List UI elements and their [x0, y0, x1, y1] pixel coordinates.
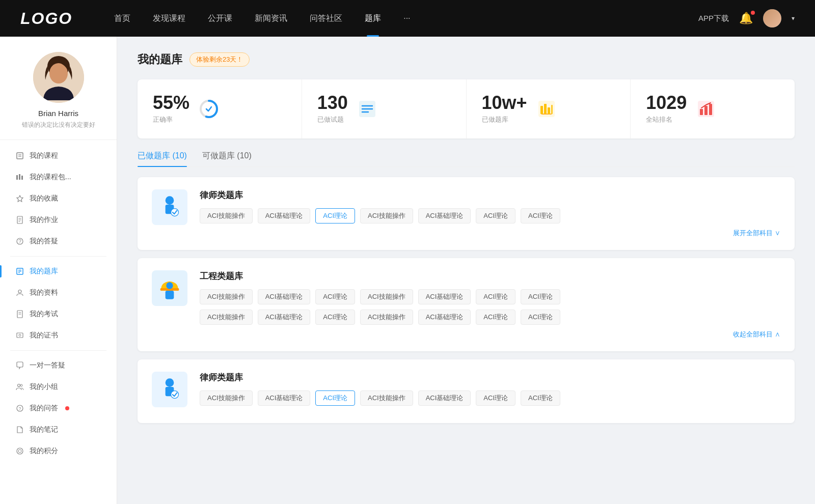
tag-lawyer1-3[interactable]: ACI理论 — [315, 208, 355, 223]
tab-done-banks[interactable]: 已做题库 (10) — [138, 151, 187, 166]
tag-lawyer1-2[interactable]: ACI基础理论 — [258, 208, 311, 223]
course-packages-icon — [15, 173, 24, 182]
bank-card-engineer-content: 工程类题库 ACI技能操作 ACI基础理论 ACI理论 ACI技能操作 ACI基… — [200, 270, 780, 339]
tag-eng-14[interactable]: ACI理论 — [521, 310, 560, 325]
stat-banks-number: 10w+ — [482, 94, 527, 112]
rank-icon — [695, 98, 717, 120]
svg-rect-54 — [166, 291, 174, 299]
tag-lawyer1-7[interactable]: ACI理论 — [521, 208, 560, 223]
sidebar: Brian Harris 错误的决定比没有决定要好 我的课程 我的课程包... — [0, 37, 117, 504]
stat-banks-texts: 10w+ 已做题库 — [482, 94, 527, 124]
app-download-button[interactable]: APP下载 — [698, 14, 729, 23]
sidebar-label-courses: 我的课程 — [30, 151, 58, 160]
sidebar-item-notes[interactable]: 我的笔记 — [0, 419, 117, 440]
sidebar-item-homework[interactable]: 我的作业 — [0, 209, 117, 231]
sidebar-item-qa[interactable]: ? 我的答疑 — [0, 231, 117, 252]
svg-point-26 — [18, 384, 20, 387]
sidebar-label-points: 我的积分 — [30, 446, 58, 456]
points-icon — [15, 446, 24, 456]
sidebar-item-profile[interactable]: 我的资料 — [0, 282, 117, 303]
tag-lawyer2-2[interactable]: ACI基础理论 — [258, 390, 311, 406]
collapse-link-engineer[interactable]: 收起全部科目 ∧ — [200, 330, 780, 339]
lawyer-icon-wrap-1 — [152, 189, 187, 225]
svg-rect-8 — [21, 176, 23, 180]
nav-more[interactable]: ··· — [392, 0, 421, 37]
tag-eng-3[interactable]: ACI理论 — [315, 289, 355, 304]
sidebar-item-one-on-one[interactable]: 一对一答疑 — [0, 355, 117, 376]
svg-rect-43 — [548, 107, 550, 114]
tag-eng-13[interactable]: ACI理论 — [476, 310, 515, 325]
tag-lawyer1-1[interactable]: ACI技能操作 — [200, 208, 253, 223]
tag-eng-11[interactable]: ACI技能操作 — [360, 310, 413, 325]
sidebar-item-courses[interactable]: 我的课程 — [0, 145, 117, 166]
stat-questions-number: 130 — [317, 94, 348, 112]
svg-point-20 — [18, 290, 21, 293]
tag-lawyer2-7[interactable]: ACI理论 — [521, 390, 560, 406]
tag-eng-4[interactable]: ACI技能操作 — [360, 289, 413, 304]
nav-home[interactable]: 首页 — [103, 0, 142, 37]
tag-eng-8[interactable]: ACI技能操作 — [200, 310, 253, 325]
nav-discover[interactable]: 发现课程 — [142, 0, 197, 37]
nav-question-bank[interactable]: 题库 — [354, 0, 392, 37]
expand-link-lawyer-1[interactable]: 展开全部科目 ∨ — [200, 229, 780, 238]
stat-questions: 130 已做试题 — [302, 79, 467, 138]
nav-links: 首页 发现课程 公开课 新闻资讯 问答社区 题库 ··· — [103, 0, 698, 37]
one-on-one-icon — [15, 361, 24, 370]
tag-lawyer2-6[interactable]: ACI理论 — [476, 390, 515, 406]
user-avatar[interactable] — [763, 9, 781, 27]
tab-available-banks[interactable]: 可做题库 (10) — [202, 151, 252, 166]
tag-lawyer2-5[interactable]: ACI基础理论 — [418, 390, 471, 406]
tag-eng-5[interactable]: ACI基础理论 — [418, 289, 471, 304]
sidebar-item-exams[interactable]: 我的考试 — [0, 303, 117, 325]
avatar-svg — [33, 52, 84, 103]
nav-open-course[interactable]: 公开课 — [197, 0, 243, 37]
svg-point-57 — [171, 391, 179, 399]
tag-lawyer1-4[interactable]: ACI技能操作 — [360, 208, 413, 223]
tag-eng-6[interactable]: ACI理论 — [476, 289, 515, 304]
tag-lawyer1-6[interactable]: ACI理论 — [476, 208, 515, 223]
sidebar-item-favorites[interactable]: 我的收藏 — [0, 188, 117, 209]
user-menu-chevron[interactable]: ▾ — [792, 15, 795, 22]
svg-point-51 — [171, 209, 179, 216]
bank-card-lawyer-2-content: 律师类题库 ACI技能操作 ACI基础理论 ACI理论 ACI技能操作 ACI基… — [200, 372, 780, 411]
stat-rank-texts: 1029 全站排名 — [646, 94, 687, 124]
sidebar-item-posts[interactable]: ? 我的问答 — [0, 398, 117, 419]
nav-qa[interactable]: 问答社区 — [298, 0, 354, 37]
sidebar-menu: 我的课程 我的课程包... 我的收藏 我的作业 — [0, 140, 117, 462]
stats-row: 55% 正确率 130 已做试题 — [138, 79, 795, 138]
trial-badge: 体验剩余23天！ — [189, 52, 250, 67]
svg-point-34 — [204, 104, 214, 114]
notification-bell[interactable]: 🔔 — [739, 12, 753, 25]
sidebar-item-certificates[interactable]: 我的证书 — [0, 325, 117, 346]
tag-eng-7[interactable]: ACI理论 — [521, 289, 560, 304]
bank-card-engineer: 工程类题库 ACI技能操作 ACI基础理论 ACI理论 ACI技能操作 ACI基… — [138, 258, 795, 351]
sidebar-item-question-bank[interactable]: 我的题库 — [0, 261, 117, 282]
sidebar-item-course-packages[interactable]: 我的课程包... — [0, 166, 117, 188]
tag-eng-2[interactable]: ACI基础理论 — [258, 289, 311, 304]
tag-eng-1[interactable]: ACI技能操作 — [200, 289, 253, 304]
main-content: 我的题库 体验剩余23天！ 55% 正确率 — [117, 37, 815, 504]
nav-news[interactable]: 新闻资讯 — [243, 0, 298, 37]
svg-rect-48 — [709, 104, 712, 115]
tag-eng-10[interactable]: ACI理论 — [315, 310, 355, 325]
svg-rect-44 — [551, 105, 553, 114]
stat-rank-label: 全站排名 — [646, 115, 687, 124]
tag-lawyer1-5[interactable]: ACI基础理论 — [418, 208, 471, 223]
sidebar-item-groups[interactable]: 我的小组 — [0, 376, 117, 398]
logo[interactable]: LOGO — [20, 9, 72, 28]
sidebar-item-points[interactable]: 我的积分 — [0, 440, 117, 462]
page-title: 我的题库 — [138, 52, 182, 67]
tag-eng-12[interactable]: ACI基础理论 — [418, 310, 471, 325]
tag-lawyer2-4[interactable]: ACI技能操作 — [360, 390, 413, 406]
sidebar-label-groups: 我的小组 — [30, 382, 58, 391]
stat-questions-texts: 130 已做试题 — [317, 94, 348, 124]
tag-lawyer2-3[interactable]: ACI理论 — [315, 390, 355, 406]
tags-row-engineer-1: ACI技能操作 ACI基础理论 ACI理论 ACI技能操作 ACI基础理论 AC… — [200, 289, 780, 304]
question-bank-icon — [15, 267, 24, 276]
lawyer-icon-svg-1 — [157, 194, 182, 220]
bank-name-lawyer-1: 律师类题库 — [200, 189, 780, 201]
tag-eng-9[interactable]: ACI基础理论 — [258, 310, 311, 325]
svg-point-49 — [166, 196, 174, 205]
stat-banks: 10w+ 已做题库 — [467, 79, 631, 138]
tag-lawyer2-1[interactable]: ACI技能操作 — [200, 390, 253, 406]
